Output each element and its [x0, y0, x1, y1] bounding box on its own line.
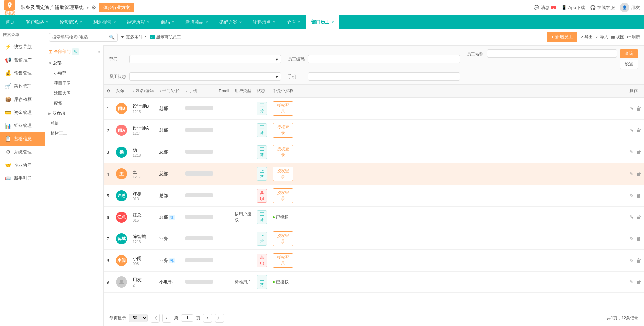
page-input[interactable]: [181, 314, 193, 322]
auth-login-btn[interactable]: 授权登录: [273, 167, 293, 181]
dept-edit-icon[interactable]: ✎: [72, 48, 79, 55]
delete-icon[interactable]: 🗑: [636, 171, 641, 177]
per-page-select[interactable]: 50 20 100: [129, 314, 148, 322]
sidebar-item-management[interactable]: 📊 经营管理: [0, 119, 45, 132]
dept-group-zongbu[interactable]: ▼ 总部: [45, 58, 103, 68]
auth-login-btn[interactable]: 授权登录: [273, 123, 293, 138]
close-history-tab[interactable]: ×: [147, 20, 149, 24]
delete-icon[interactable]: 🗑: [636, 193, 641, 199]
last-page-btn[interactable]: 》: [215, 314, 224, 323]
sidebar-item-sales[interactable]: 💰 销售管理: [0, 67, 45, 80]
col-dept[interactable]: ↕ 部门/职位: [156, 85, 183, 98]
close-barcode-tab[interactable]: ×: [239, 20, 242, 24]
filter-empname-input[interactable]: [487, 49, 617, 58]
sidebar-item-finance[interactable]: 💳 资金管理: [0, 106, 45, 119]
delete-icon[interactable]: 🗑: [636, 214, 641, 220]
dept-item-zhishuwangsan[interactable]: 植树王三: [45, 129, 103, 139]
show-inactive-checkbox[interactable]: ✓: [150, 35, 155, 39]
settings-icon[interactable]: ⚙: [91, 4, 96, 11]
prev-page-btn[interactable]: ‹: [162, 314, 171, 323]
dept-group-shuanglu[interactable]: ▶ 双鹿想: [45, 108, 103, 118]
online-service-btn[interactable]: 🎧 在线客服: [590, 5, 615, 11]
delete-icon[interactable]: 🗑: [636, 149, 641, 155]
delete-icon[interactable]: 🗑: [636, 279, 641, 285]
close-goods-tab[interactable]: ×: [172, 20, 174, 24]
filter-dept-select[interactable]: ▾: [129, 55, 281, 63]
dept-item-zongbu2[interactable]: 总部: [45, 118, 103, 129]
title-arrow[interactable]: ▾: [87, 5, 89, 10]
refresh-btn[interactable]: ⟳ 刷新: [627, 34, 640, 40]
dept-item-peihuo[interactable]: 配货: [48, 98, 103, 108]
delete-icon[interactable]: 🗑: [636, 236, 641, 241]
col-settings-icon[interactable]: ⚙: [107, 89, 110, 94]
close-employees-tab[interactable]: ×: [332, 20, 334, 24]
auth-login-btn[interactable]: 授权登录: [273, 188, 293, 203]
edit-icon[interactable]: ✎: [629, 214, 634, 220]
auth-login-btn[interactable]: 授权登录: [273, 231, 293, 246]
edit-icon[interactable]: ✎: [629, 106, 634, 111]
sidebar-item-system[interactable]: ⚙ 系统管理: [0, 146, 45, 159]
view-btn[interactable]: ▦ 视图: [611, 34, 624, 40]
filter-empstatus-select[interactable]: ▾: [129, 72, 281, 81]
delete-icon[interactable]: 🗑: [636, 106, 641, 111]
import-btn[interactable]: ↙ 导入: [596, 34, 608, 40]
tab-barcode[interactable]: 条码方案×: [214, 15, 247, 29]
close-operations-tab[interactable]: ×: [80, 20, 82, 24]
tab-employees[interactable]: 部门员工×: [306, 15, 339, 29]
tab-customer[interactable]: 客户联络×: [20, 15, 54, 29]
filter-search-btn[interactable]: 查询: [620, 49, 638, 58]
close-new-goods-tab[interactable]: ×: [206, 20, 208, 24]
dept-collapse-btn[interactable]: «: [97, 49, 100, 54]
sidebar-item-quicknav[interactable]: ⚡ 快捷导航: [0, 40, 45, 53]
tab-operations[interactable]: 经营情况×: [54, 15, 88, 29]
auth-login-btn[interactable]: 授权登录: [273, 145, 293, 159]
edit-icon[interactable]: ✎: [629, 279, 634, 285]
tab-new-goods[interactable]: 新增商品×: [180, 15, 214, 29]
edit-icon[interactable]: ✎: [629, 258, 634, 263]
close-warehouse-tab[interactable]: ×: [298, 20, 300, 24]
first-page-btn[interactable]: 《: [151, 314, 160, 323]
sidebar-item-basic[interactable]: 📋 基础信息: [0, 132, 45, 146]
search-input[interactable]: [52, 35, 108, 39]
close-customer-tab[interactable]: ×: [46, 20, 48, 24]
trial-button[interactable]: 体验行业方案: [99, 3, 134, 12]
export-btn[interactable]: ↗ 导出: [580, 34, 593, 40]
sidebar-item-guide[interactable]: 📖 新手引导: [0, 172, 45, 185]
edit-icon[interactable]: ✎: [629, 149, 634, 155]
filter-empcode-input[interactable]: [308, 55, 460, 63]
tab-goods[interactable]: 商品×: [155, 15, 180, 29]
delete-icon[interactable]: 🗑: [636, 127, 641, 133]
dept-item-xiangmukufang[interactable]: 项目库房: [48, 78, 103, 88]
edit-icon[interactable]: ✎: [629, 127, 634, 133]
tab-warehouse[interactable]: 仓库×: [281, 15, 306, 29]
message-btn[interactable]: 💬 消息 6: [534, 5, 556, 11]
sidebar-item-collab[interactable]: 🤝 企业协同: [0, 159, 45, 172]
user-menu-btn[interactable]: 👤 用友: [620, 3, 640, 12]
sidebar-item-purchase[interactable]: 🛒 采购管理: [0, 80, 45, 93]
col-name-code[interactable]: ↕ 姓名/编码: [130, 85, 156, 98]
edit-icon[interactable]: ✎: [629, 236, 634, 241]
filter-phone-input[interactable]: [308, 72, 460, 81]
more-filter-btn[interactable]: ▼ 更多条件 ∧: [120, 34, 147, 40]
sidebar-item-marketing[interactable]: 📢 营销推广: [0, 53, 45, 67]
tab-bom[interactable]: 物料清单×: [247, 15, 281, 29]
dept-tree-all-label[interactable]: 全部部门: [54, 49, 71, 55]
tab-home[interactable]: 首页: [0, 15, 20, 29]
sidebar-item-inventory[interactable]: 📦 库存核算: [0, 93, 45, 106]
tab-history[interactable]: 经营历程×: [121, 15, 155, 29]
filter-reset-btn[interactable]: 设置: [620, 60, 638, 69]
auth-login-btn[interactable]: 授权登录: [273, 101, 293, 116]
dept-item-shenyangdaku[interactable]: 沈阳大库: [48, 88, 103, 98]
tab-profit[interactable]: 利润报告×: [88, 15, 121, 29]
dept-item-xiaodianbu[interactable]: 小电部: [48, 68, 103, 78]
add-employee-button[interactable]: + 新增员工: [547, 32, 577, 42]
close-bom-tab[interactable]: ×: [273, 20, 275, 24]
auth-login-btn[interactable]: 授权登录: [273, 253, 293, 268]
next-page-btn[interactable]: ›: [203, 314, 212, 323]
delete-icon[interactable]: 🗑: [636, 258, 641, 263]
edit-icon[interactable]: ✎: [629, 171, 634, 177]
app-download-btn[interactable]: 📱 App下载: [561, 5, 585, 11]
close-profit-tab[interactable]: ×: [114, 20, 116, 24]
edit-icon[interactable]: ✎: [629, 193, 634, 199]
col-phone[interactable]: ↕ 手机: [183, 85, 216, 98]
